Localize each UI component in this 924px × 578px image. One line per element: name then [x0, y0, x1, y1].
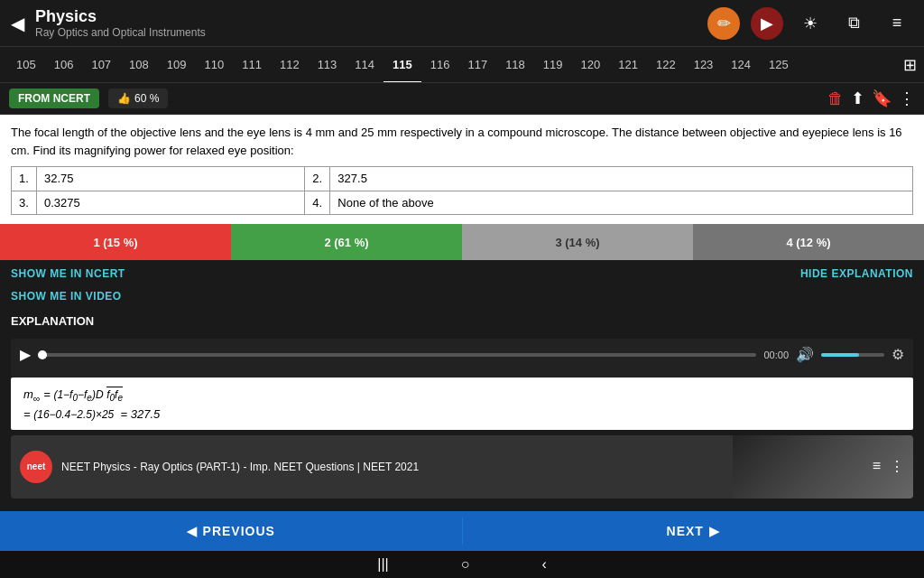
- question-block: The focal length of the objective lens a…: [0, 115, 924, 224]
- settings-icon[interactable]: ⚙: [892, 346, 904, 363]
- video-controls: ▶ 00:00 🔊 ⚙: [20, 346, 904, 363]
- previous-button[interactable]: ◀ PREVIOUS: [0, 511, 462, 551]
- q-nav-109[interactable]: 109: [158, 47, 196, 83]
- sys-back-button[interactable]: ‹: [541, 556, 546, 573]
- bar-2-label: 2 (61 %): [324, 236, 368, 249]
- bottom-nav: ◀ PREVIOUS NEXT ▶: [0, 511, 924, 551]
- bar-1-label: 1 (15 %): [93, 236, 137, 249]
- q-nav-105[interactable]: 105: [7, 47, 45, 83]
- answer-bar-4[interactable]: 4 (12 %): [693, 224, 924, 260]
- q-nav-112[interactable]: 112: [271, 47, 309, 83]
- playlist-icon[interactable]: ≡: [873, 458, 881, 475]
- q-nav-117[interactable]: 117: [458, 47, 496, 83]
- option-4-num: 4.: [305, 191, 330, 215]
- math-line2: = (16−0.4−2.5)×25 = 327.5: [23, 407, 901, 421]
- like-tag[interactable]: 👍 60 %: [108, 89, 168, 108]
- volume-icon[interactable]: 🔊: [796, 346, 814, 363]
- math-formula: m∞ = (1−f0−fe)D f0fe = (16−0.4−2.5)×25 =…: [11, 378, 913, 430]
- bar-3-label: 3 (14 %): [555, 236, 599, 249]
- trash-icon[interactable]: 🗑: [827, 89, 844, 108]
- more-icon[interactable]: ⋮: [890, 458, 904, 475]
- question-text: The focal length of the objective lens a…: [11, 124, 913, 159]
- video-time: 00:00: [763, 350, 789, 360]
- brightness-icon[interactable]: ☀: [794, 7, 827, 40]
- q-nav-111[interactable]: 111: [233, 47, 271, 83]
- options-table: 1. 32.75 2. 327.5 3. 0.3275 4. None of t…: [11, 166, 913, 215]
- q-nav-116[interactable]: 116: [421, 47, 459, 83]
- q-nav-113[interactable]: 113: [309, 47, 346, 83]
- back-button[interactable]: ◀: [11, 13, 24, 34]
- q-nav-122[interactable]: 122: [647, 47, 685, 83]
- next-button[interactable]: NEXT ▶: [463, 511, 925, 551]
- video-thumbnail[interactable]: neet NEET Physics - Ray Optics (PART-1) …: [11, 435, 913, 499]
- q-nav-125[interactable]: 125: [760, 47, 798, 83]
- share-icon[interactable]: ⬆: [851, 89, 864, 108]
- grid-view-icon[interactable]: ⊞: [903, 55, 917, 75]
- show-video-button[interactable]: SHOW ME IN VIDEO: [11, 290, 122, 303]
- more-options-icon[interactable]: ⋮: [899, 89, 915, 108]
- play-button[interactable]: ▶: [20, 346, 31, 363]
- q-nav-124[interactable]: 124: [722, 47, 760, 83]
- show-ncert-button[interactable]: SHOW ME IN NCERT: [11, 267, 125, 280]
- pencil-icon[interactable]: ✏: [707, 7, 740, 40]
- progress-indicator: [38, 350, 47, 359]
- option-2-val[interactable]: 327.5: [330, 167, 913, 191]
- table-row: 3. 0.3275 4. None of the above: [12, 191, 913, 215]
- prev-arrow-icon: ◀: [187, 524, 198, 538]
- sys-home-button[interactable]: ○: [461, 556, 470, 573]
- bookmark-icon[interactable]: 🔖: [872, 89, 892, 108]
- app-header: ◀ Physics Ray Optics and Optical Instrum…: [0, 0, 924, 47]
- question-nav: 105 106 107 108 109 110 111 112 113 114 …: [0, 47, 924, 83]
- like-percent: 60 %: [134, 92, 159, 105]
- layers-icon[interactable]: ⧉: [837, 7, 870, 40]
- app-subtitle: Ray Optics and Optical Instruments: [35, 26, 707, 39]
- video-progress-bar[interactable]: [38, 353, 756, 357]
- q-nav-107[interactable]: 107: [82, 47, 120, 83]
- answer-bars: 1 (15 %) 2 (61 %) 3 (14 %) 4 (12 %): [0, 224, 924, 260]
- links-row: SHOW ME IN NCERT HIDE EXPLANATION: [0, 260, 924, 287]
- filter-icon[interactable]: ≡: [881, 7, 913, 40]
- q-nav-123[interactable]: 123: [685, 47, 723, 83]
- explanation-section: EXPLANATION: [0, 309, 924, 339]
- tags-right-icons: 🗑 ⬆ 🔖 ⋮: [827, 89, 915, 108]
- app-title: Physics: [35, 7, 707, 26]
- q-nav-119[interactable]: 119: [534, 47, 572, 83]
- q-nav-115[interactable]: 115: [383, 47, 421, 83]
- option-1-num: 1.: [12, 167, 37, 191]
- answer-bar-1[interactable]: 1 (15 %): [0, 224, 231, 260]
- header-title-block: Physics Ray Optics and Optical Instrumen…: [35, 7, 707, 39]
- volume-fill: [821, 353, 859, 357]
- answer-bar-3[interactable]: 3 (14 %): [462, 224, 693, 260]
- thumbs-up-icon: 👍: [117, 92, 131, 105]
- q-nav-108[interactable]: 108: [120, 47, 158, 83]
- video-player: ▶ 00:00 🔊 ⚙: [11, 339, 913, 378]
- math-line1: m∞ = (1−f0−fe)D f0fe: [23, 387, 901, 404]
- thumb-icons: ≡ ⋮: [873, 458, 904, 475]
- q-nav-106[interactable]: 106: [45, 47, 83, 83]
- system-nav-bar: ||| ○ ‹: [0, 551, 924, 578]
- q-nav-110[interactable]: 110: [196, 47, 234, 83]
- option-3-val[interactable]: 0.3275: [37, 191, 305, 215]
- q-nav-121[interactable]: 121: [609, 47, 647, 83]
- option-2-num: 2.: [305, 167, 330, 191]
- option-4-val[interactable]: None of the above: [330, 191, 913, 215]
- next-label: NEXT: [667, 524, 704, 538]
- header-icons: ✏ ▶ ☀ ⧉ ≡: [707, 7, 913, 40]
- q-nav-118[interactable]: 118: [496, 47, 534, 83]
- hide-explanation-button[interactable]: HIDE EXPLANATION: [800, 267, 913, 280]
- next-arrow-icon: ▶: [709, 524, 720, 538]
- option-1-val[interactable]: 32.75: [37, 167, 305, 191]
- logo-text: neet: [27, 461, 46, 471]
- q-nav-114[interactable]: 114: [346, 47, 383, 83]
- neet-logo: neet: [20, 451, 52, 483]
- answer-bar-2[interactable]: 2 (61 %): [231, 224, 462, 260]
- volume-bar[interactable]: [821, 353, 884, 357]
- ncert-tag: FROM NCERT: [9, 89, 99, 108]
- q-nav-120[interactable]: 120: [572, 47, 610, 83]
- table-row: 1. 32.75 2. 327.5: [12, 167, 913, 191]
- sys-menu-button[interactable]: |||: [377, 556, 388, 573]
- video-record-icon[interactable]: ▶: [751, 7, 783, 40]
- explanation-label: EXPLANATION: [11, 314, 913, 328]
- tags-row: FROM NCERT 👍 60 % 🗑 ⬆ 🔖 ⋮: [0, 83, 924, 115]
- option-3-num: 3.: [12, 191, 37, 215]
